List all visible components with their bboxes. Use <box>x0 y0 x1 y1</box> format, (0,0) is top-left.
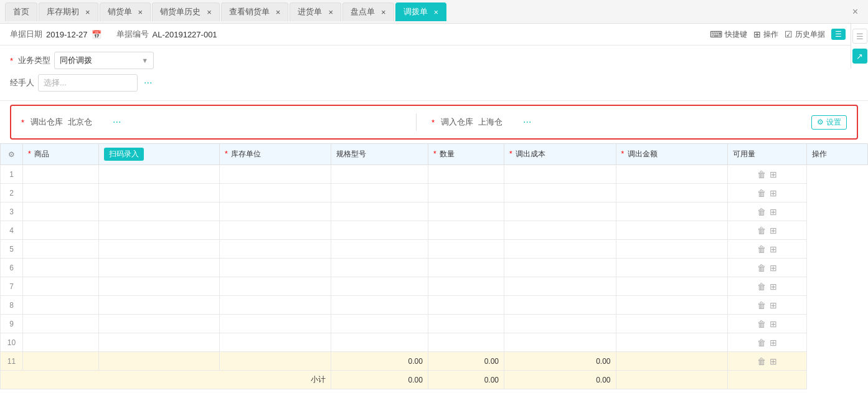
unit-cell-2[interactable] <box>99 184 220 202</box>
available-cell-1[interactable] <box>616 165 728 184</box>
product-cell-9[interactable] <box>23 315 99 333</box>
delete-icon-7[interactable]: 🗑 <box>757 282 766 292</box>
tab-stock-init[interactable]: 库存期初 × <box>39 2 98 21</box>
product-cell-4[interactable] <box>23 221 99 240</box>
qty-cell-11[interactable]: 0.00 <box>331 352 428 371</box>
qty-cell-7[interactable] <box>331 277 428 296</box>
amount-cell-10[interactable] <box>504 333 616 352</box>
copy-icon-1[interactable]: ⊞ <box>770 169 777 179</box>
setting-button[interactable]: ⚙ 设置 <box>811 115 847 130</box>
spec-cell-1[interactable] <box>219 165 331 184</box>
available-cell-4[interactable] <box>616 221 728 240</box>
spec-cell-3[interactable] <box>219 202 331 221</box>
delete-icon-5[interactable]: 🗑 <box>757 244 766 254</box>
amount-cell-11[interactable]: 0.00 <box>504 352 616 371</box>
tab-purchase[interactable]: 进货单 × <box>290 2 341 21</box>
amount-cell-4[interactable] <box>504 221 616 240</box>
available-cell-11[interactable] <box>616 352 728 371</box>
delete-icon-10[interactable]: 🗑 <box>757 338 766 348</box>
product-cell-8[interactable] <box>23 296 99 315</box>
spec-cell-7[interactable] <box>219 277 331 296</box>
available-cell-9[interactable] <box>616 315 728 333</box>
copy-icon-11[interactable]: ⊞ <box>770 356 777 366</box>
qty-cell-2[interactable] <box>331 184 428 202</box>
cost-cell-11[interactable]: 0.00 <box>428 352 504 371</box>
cost-cell-2[interactable] <box>428 184 504 202</box>
available-cell-5[interactable] <box>616 240 728 259</box>
amount-cell-5[interactable] <box>504 240 616 259</box>
tab-sales-order-close[interactable]: × <box>138 7 143 17</box>
spec-cell-4[interactable] <box>219 221 331 240</box>
handler-input[interactable]: 选择... <box>38 74 138 92</box>
qty-cell-4[interactable] <box>331 221 428 240</box>
amount-cell-8[interactable] <box>504 296 616 315</box>
out-warehouse-more-btn[interactable]: ··· <box>113 117 121 128</box>
spec-cell-5[interactable] <box>219 240 331 259</box>
cost-cell-9[interactable] <box>428 315 504 333</box>
delete-icon-6[interactable]: 🗑 <box>757 263 766 273</box>
delete-icon-4[interactable]: 🗑 <box>757 226 766 236</box>
calendar-icon[interactable]: 📅 <box>92 30 101 39</box>
qty-cell-5[interactable] <box>331 240 428 259</box>
tab-transfer[interactable]: 调拨单 × <box>395 2 447 21</box>
available-cell-8[interactable] <box>616 296 728 315</box>
copy-icon-10[interactable]: ⊞ <box>770 338 777 348</box>
shortcut-btn[interactable]: ⌨ 快捷键 <box>710 29 747 40</box>
cost-cell-8[interactable] <box>428 296 504 315</box>
unit-cell-5[interactable] <box>99 240 220 259</box>
amount-cell-6[interactable] <box>504 259 616 277</box>
product-cell-3[interactable] <box>23 202 99 221</box>
amount-cell-2[interactable] <box>504 184 616 202</box>
amount-cell-3[interactable] <box>504 202 616 221</box>
copy-icon-3[interactable]: ⊞ <box>770 207 777 217</box>
unit-cell-1[interactable] <box>99 165 220 184</box>
copy-icon-2[interactable]: ⊞ <box>770 188 777 198</box>
tab-view-sales-close[interactable]: × <box>276 7 281 17</box>
spec-cell-6[interactable] <box>219 259 331 277</box>
tab-sales-history-close[interactable]: × <box>207 7 212 17</box>
available-cell-3[interactable] <box>616 202 728 221</box>
col-gear[interactable]: ⚙ <box>1 144 23 165</box>
qty-cell-1[interactable] <box>331 165 428 184</box>
amount-cell-7[interactable] <box>504 277 616 296</box>
delete-icon-11[interactable]: 🗑 <box>757 356 766 366</box>
view-toggle-btn[interactable]: ☰ <box>831 29 846 40</box>
amount-cell-9[interactable] <box>504 315 616 333</box>
available-cell-2[interactable] <box>616 184 728 202</box>
tab-transfer-close[interactable]: × <box>434 7 439 17</box>
available-cell-7[interactable] <box>616 277 728 296</box>
cost-cell-4[interactable] <box>428 221 504 240</box>
amount-cell-1[interactable] <box>504 165 616 184</box>
tab-stock-init-close[interactable]: × <box>85 7 90 17</box>
copy-icon-7[interactable]: ⊞ <box>770 282 777 292</box>
right-panel-list-btn[interactable]: ☰ <box>852 29 867 44</box>
unit-cell-9[interactable] <box>99 315 220 333</box>
right-panel-export-btn[interactable]: ↗ <box>852 49 867 64</box>
scan-btn[interactable]: 扫码录入 <box>104 148 144 161</box>
qty-cell-9[interactable] <box>331 315 428 333</box>
in-warehouse-more-btn[interactable]: ··· <box>523 117 531 128</box>
delete-icon-9[interactable]: 🗑 <box>757 319 766 329</box>
cost-cell-10[interactable] <box>428 333 504 352</box>
unit-cell-8[interactable] <box>99 296 220 315</box>
qty-cell-8[interactable] <box>331 296 428 315</box>
product-cell-2[interactable] <box>23 184 99 202</box>
copy-icon-4[interactable]: ⊞ <box>770 226 777 236</box>
operation-btn[interactable]: ⊞ 操作 <box>753 29 778 40</box>
unit-cell-4[interactable] <box>99 221 220 240</box>
product-cell-1[interactable] <box>23 165 99 184</box>
window-close-button[interactable]: × <box>847 6 863 17</box>
tab-home[interactable]: 首页 <box>5 2 37 21</box>
qty-cell-3[interactable] <box>331 202 428 221</box>
business-type-input[interactable]: 同价调拨 ▼ <box>54 52 154 69</box>
spec-cell-11[interactable] <box>219 352 331 371</box>
tab-purchase-close[interactable]: × <box>328 7 333 17</box>
unit-cell-10[interactable] <box>99 333 220 352</box>
unit-cell-11[interactable] <box>99 352 220 371</box>
available-cell-6[interactable] <box>616 259 728 277</box>
tab-view-sales[interactable]: 查看销货单 × <box>221 2 289 21</box>
unit-cell-7[interactable] <box>99 277 220 296</box>
spec-cell-9[interactable] <box>219 315 331 333</box>
copy-icon-8[interactable]: ⊞ <box>770 300 777 310</box>
cost-cell-5[interactable] <box>428 240 504 259</box>
